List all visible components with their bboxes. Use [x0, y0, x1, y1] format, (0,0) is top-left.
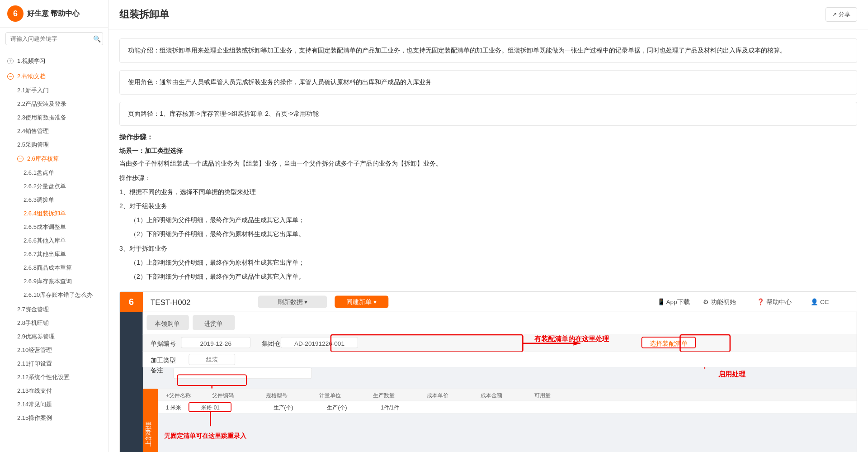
- sidebar-item-videos[interactable]: + 1.视频学习: [0, 54, 108, 68]
- sidebar-item-docs[interactable]: − 2.帮助文档: [0, 69, 108, 84]
- search-input[interactable]: [5, 32, 103, 45]
- path-block: 页面路径：1、库存核算->库存管理->组装拆卸单 2、首页->常用功能: [119, 102, 857, 126]
- svg-text:上部明细: 上部明细: [145, 421, 152, 447]
- sidebar-item-partial-count[interactable]: 2.6.2分量盘点单: [0, 180, 108, 193]
- main-content: 组装拆卸单 ↗ 分享 功能介绍：组装拆卸单用来处理企业组装或拆卸等加工业务，支持…: [108, 0, 868, 452]
- scene1-desc: 当由多个子件材料组装成一个成品的业务为【组装】业务，当由一个父件拆分成多个子产品…: [119, 158, 857, 169]
- step3-2: （2）下部明细为子件明细，最终作为产成品生成其它入库单。: [130, 271, 857, 282]
- svg-text:本领购单: 本领购单: [155, 320, 180, 327]
- collapse-icon-inventory: −: [17, 156, 24, 162]
- step3-1: （1）上部明细为父件明细，最终作为原材料生成其它出库单；: [130, 257, 857, 268]
- logo-area: 6 好生意 帮助中心: [0, 0, 108, 28]
- svg-text:成本金额: 成本金额: [481, 392, 502, 399]
- svg-text:米粉-01: 米粉-01: [201, 404, 220, 411]
- svg-text:父件编码: 父件编码: [212, 392, 234, 399]
- intro-block: 功能介绍：组装拆卸单用来处理企业组装或拆卸等加工业务，支持有固定装配清单的产品加…: [119, 38, 857, 63]
- search-area: 🔍: [0, 28, 108, 50]
- svg-rect-54: [158, 401, 857, 413]
- step2-2: （2）下部明细为子件明细，最终作为原材料生成其它出库单。: [130, 228, 857, 240]
- role-block: 使用角色：通常由生产人员或库管人员完成拆装业务的操作，库管人员确认原材料的出库和…: [119, 70, 857, 95]
- svg-text:可用量: 可用量: [534, 392, 551, 399]
- sidebar-item-inventory-label: 2.6库存核算: [27, 155, 59, 163]
- svg-text:❓ 帮助中心: ❓ 帮助中心: [757, 298, 792, 306]
- svg-text:刷新数据 ▾: 刷新数据 ▾: [278, 299, 308, 305]
- sidebar-item-inv-error[interactable]: 2.6.10库存账本错了怎么办: [0, 288, 108, 302]
- sidebar-item-other-out[interactable]: 2.6.7其他出库单: [0, 247, 108, 261]
- svg-text:进货单: 进货单: [204, 320, 223, 327]
- sidebar-item-sales[interactable]: 2.4销售管理: [0, 124, 108, 138]
- expand-icon-videos: +: [7, 58, 14, 64]
- sidebar-item-other-in[interactable]: 2.6.6其他入库单: [0, 234, 108, 247]
- svg-text:加工类型: 加工类型: [151, 357, 176, 364]
- svg-text:TEST-H002: TEST-H002: [151, 298, 191, 307]
- svg-text:单据编号: 单据编号: [151, 340, 176, 347]
- svg-rect-39: [174, 368, 312, 379]
- step2-1: （1）上部明细为父件明细，最终作为产成品生成其它入库单；: [130, 214, 857, 226]
- svg-text:生产(个): 生产(个): [274, 404, 293, 411]
- sidebar-item-install[interactable]: 2.2产品安装及登录: [0, 97, 108, 111]
- svg-text:1件/1件: 1件/1件: [381, 404, 399, 411]
- sidebar-item-count[interactable]: 2.6.1盘点单: [0, 166, 108, 180]
- sidebar-item-faq[interactable]: 2.14常见问题: [0, 398, 108, 411]
- nav-list: + 1.视频学习 − 2.帮助文档 2.1新手入门 2.2产品安装及登录 2.3…: [0, 50, 108, 452]
- search-button[interactable]: 🔍: [91, 35, 103, 43]
- sidebar-item-newbie[interactable]: 2.1新手入门: [0, 84, 108, 97]
- sidebar-item-data-prep[interactable]: 2.3使用前数据准备: [0, 111, 108, 124]
- steps-label: 操作步骤：: [119, 172, 857, 184]
- article-body: 功能介绍：组装拆卸单用来处理企业组装或拆卸等加工业务，支持有固定装配清单的产品加…: [108, 29, 868, 452]
- main-header: 组装拆卸单 ↗ 分享: [108, 0, 868, 29]
- logo-text: 好生意 帮助中心: [27, 9, 80, 19]
- sidebar-item-inventory[interactable]: − 2.6库存核算: [0, 152, 108, 166]
- svg-text:备注: 备注: [151, 367, 163, 374]
- sidebar: 6 好生意 帮助中心 🔍 + 1.视频学习 − 2.帮助文档 2.1新手入门 2…: [0, 0, 108, 452]
- sidebar-item-coupon[interactable]: 2.9优惠券管理: [0, 330, 108, 343]
- svg-text:AD-20191226-001: AD-20191226-001: [294, 340, 344, 347]
- sidebar-item-finance[interactable]: 2.7资金管理: [0, 303, 108, 316]
- svg-text:2019-12-26: 2019-12-26: [200, 340, 231, 347]
- share-button[interactable]: ↗ 分享: [826, 7, 857, 22]
- sidebar-item-purchase[interactable]: 2.5采购管理: [0, 138, 108, 152]
- step2: 2、对于组装业务: [119, 200, 857, 212]
- svg-text:无固定清单可在这里跳重录入: 无固定清单可在这里跳重录入: [164, 432, 247, 439]
- sidebar-item-print[interactable]: 2.11打印设置: [0, 357, 108, 371]
- svg-text:选择装配清单: 选择装配清单: [650, 340, 688, 347]
- svg-rect-14: [143, 312, 857, 335]
- svg-text:📱 App下载: 📱 App下载: [657, 298, 690, 306]
- sidebar-item-online-pay[interactable]: 2.13在线支付: [0, 384, 108, 398]
- sidebar-item-inv-check[interactable]: 2.6.9库存账本查询: [0, 275, 108, 288]
- svg-text:生产数量: 生产数量: [373, 392, 395, 399]
- screenshot-container: 6 TEST-H002 刷新数据 ▾ 同建新单 ▾ 📱 App下载 ⚙ 功能初始…: [119, 291, 857, 452]
- svg-text:同建新单 ▾: 同建新单 ▾: [346, 299, 377, 305]
- step1: 1、根据不同的业务，选择不同单据的类型来处理: [119, 186, 857, 198]
- step3: 3、对于拆卸业务: [119, 243, 857, 254]
- collapse-icon-docs: −: [7, 73, 14, 80]
- logo-icon: 6: [7, 5, 24, 22]
- svg-text:6: 6: [129, 297, 134, 307]
- sidebar-item-transfer[interactable]: 2.6.3调拨单: [0, 193, 108, 207]
- sidebar-item-cost-recalc[interactable]: 2.6.8商品成本重算: [0, 261, 108, 275]
- sidebar-item-cost-adj[interactable]: 2.6.5成本调整单: [0, 220, 108, 234]
- svg-rect-45: [158, 389, 857, 401]
- svg-text:+父件名称: +父件名称: [166, 392, 191, 399]
- nav-section-docs: − 2.帮助文档 2.1新手入门 2.2产品安装及登录 2.3使用前数据准备 2…: [0, 69, 108, 425]
- svg-text:集团仓: 集团仓: [262, 340, 281, 347]
- screenshot-svg: 6 TEST-H002 刷新数据 ▾ 同建新单 ▾ 📱 App下载 ⚙ 功能初始…: [120, 292, 857, 452]
- svg-text:有装配清单的在这里处理: 有装配清单的在这里处理: [534, 335, 609, 343]
- sidebar-item-cases[interactable]: 2.15操作案例: [0, 411, 108, 425]
- sidebar-item-assembly[interactable]: 2.6.4组装拆卸单: [0, 207, 108, 220]
- svg-text:计量单位: 计量单位: [319, 392, 341, 399]
- steps-heading: 操作步骤：: [119, 133, 857, 142]
- svg-text:⚙ 功能初始: ⚙ 功能初始: [703, 299, 736, 305]
- svg-text:启用处理: 启用处理: [718, 370, 746, 378]
- svg-rect-13: [120, 312, 143, 452]
- sidebar-item-personalize[interactable]: 2.12系统个性化设置: [0, 371, 108, 384]
- sidebar-item-mobile[interactable]: 2.8手机旺铺: [0, 316, 108, 330]
- page-title: 组装拆卸单: [119, 8, 169, 21]
- sidebar-item-ops[interactable]: 2.10经营管理: [0, 343, 108, 357]
- svg-text:1 米米: 1 米米: [166, 404, 181, 411]
- sidebar-item-videos-label: 1.视频学习: [17, 57, 46, 65]
- nav-section-inventory: − 2.6库存核算 2.6.1盘点单 2.6.2分量盘点单 2.6.3调拨单 2…: [0, 152, 108, 302]
- svg-text:生产(个): 生产(个): [327, 404, 347, 411]
- docs-children: 2.1新手入门 2.2产品安装及登录 2.3使用前数据准备 2.4销售管理 2.…: [0, 84, 108, 425]
- svg-rect-34: [143, 352, 857, 367]
